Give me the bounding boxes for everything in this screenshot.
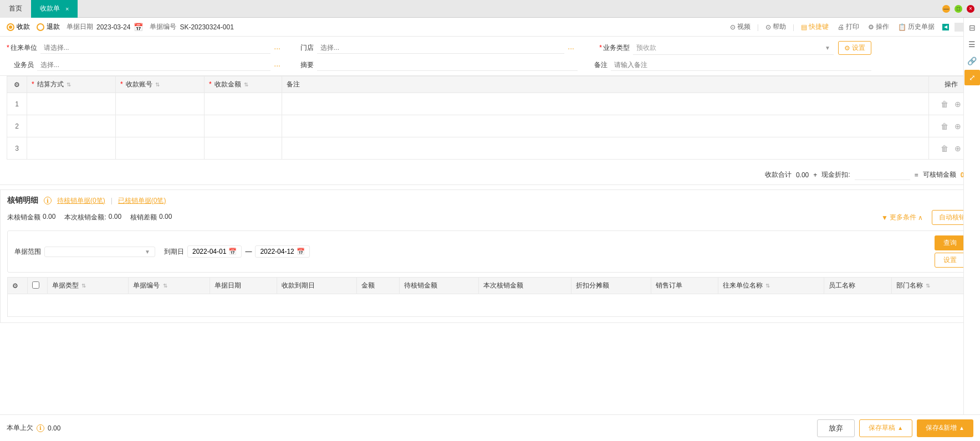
sort-method-icon[interactable]: ⇅ xyxy=(67,81,71,88)
verifiable-label: 可核销金额 xyxy=(923,170,956,180)
sidebar-list-icon[interactable]: ☰ xyxy=(964,37,980,52)
remark-label: 备注 xyxy=(594,60,611,70)
row-2-delete-btn[interactable]: 🗑 xyxy=(938,121,951,132)
sort-dept-icon[interactable]: ⇅ xyxy=(926,283,930,289)
bth-date: 单据日期 xyxy=(210,278,277,294)
business-type-select[interactable]: 预收款 ▼ xyxy=(633,42,834,55)
tab-close-icon[interactable]: × xyxy=(65,6,69,12)
bth-gear[interactable]: ⚙ xyxy=(8,278,28,294)
sidebar-expand-icon[interactable]: ⤢ xyxy=(964,70,980,85)
shop-more-icon[interactable]: ··· xyxy=(564,44,578,53)
footer-buttons: 放弃 保存草稿 ▲ 保存&新增 ▲ xyxy=(817,419,973,437)
verify-info-icon[interactable]: ℹ xyxy=(44,197,52,204)
query-button[interactable]: 查询 xyxy=(935,235,966,250)
cal-to-icon: 📅 xyxy=(297,248,305,255)
shop-input[interactable] xyxy=(317,42,564,54)
row-1-amount[interactable] xyxy=(205,93,282,115)
footer-info-icon[interactable]: ℹ xyxy=(37,424,44,432)
date-from-input[interactable]: 2022-04-01 📅 xyxy=(187,245,242,258)
done-verify-tab[interactable]: 已核销单据(0笔) xyxy=(118,196,166,206)
sort-account-icon[interactable]: ⇅ xyxy=(155,81,160,88)
sidebar-table-icon[interactable]: ⊟ xyxy=(964,20,980,35)
th-gear[interactable]: ⚙ xyxy=(7,76,27,93)
abandon-button[interactable]: 放弃 xyxy=(817,419,855,437)
save-new-button[interactable]: 保存&新增 ▲ xyxy=(917,419,973,437)
print-icon: 🖨 xyxy=(838,23,844,31)
bottom-table-empty-row xyxy=(8,294,973,317)
bth-checkbox[interactable] xyxy=(28,278,48,294)
history-btn[interactable]: 📋 历史单据 xyxy=(896,21,937,33)
row-2-remark[interactable] xyxy=(282,115,929,137)
row-2-copy-btn[interactable]: ⊕ xyxy=(952,121,963,132)
doc-number-field: 单据编号 SK-20230324-001 xyxy=(150,22,233,32)
row-3-account[interactable] xyxy=(116,137,205,160)
row-3-copy-btn[interactable]: ⊕ xyxy=(952,143,963,154)
salesperson-field-group: 业务员 ··· xyxy=(7,59,284,71)
counterpart-label: *往来单位 xyxy=(7,43,40,53)
verify-settings-button[interactable]: 设置 xyxy=(935,253,966,268)
help-btn[interactable]: ⊙ 帮助 xyxy=(763,21,788,33)
discount-input[interactable] xyxy=(855,170,910,180)
row-3-delete-btn[interactable]: 🗑 xyxy=(938,143,951,154)
print-btn[interactable]: 🖨 打印 xyxy=(835,21,861,33)
discount-label: 现金折扣: xyxy=(821,170,850,180)
ops-btn[interactable]: ⚙ 操作 xyxy=(866,21,891,33)
radio-receive-label: 收款 xyxy=(17,22,30,32)
radio-refund-label: 退款 xyxy=(47,22,60,32)
equals-sign: = xyxy=(915,171,918,179)
form-settings-button[interactable]: ⚙ 设置 xyxy=(838,41,871,55)
sort-type-icon[interactable]: ⇅ xyxy=(81,283,86,289)
cal-from-icon: 📅 xyxy=(228,248,237,255)
row-1-method[interactable] xyxy=(27,93,116,115)
video-label: 视频 xyxy=(737,22,751,32)
form-row-1: *往来单位 ··· 门店 ··· *业务类型 xyxy=(7,41,973,55)
window-maximize-button[interactable]: □ xyxy=(955,5,962,13)
radio-refund-circle xyxy=(37,23,44,31)
sort-counterpart-icon[interactable]: ⇅ xyxy=(765,283,770,289)
list-view-btn[interactable] xyxy=(955,23,963,32)
counterpart-more-icon[interactable]: ··· xyxy=(270,44,284,53)
row-2-account[interactable] xyxy=(116,115,205,137)
help-icon: ⊙ xyxy=(765,23,771,31)
pending-verify-tab[interactable]: 待核销单据(0笔) xyxy=(57,196,105,206)
verify-stats-row: 未核销金额 0.00 本次核销金额: 0.00 核销差额 0.00 ▼ 更多条件… xyxy=(7,210,973,225)
this-verify-stat: 本次核销金额: 0.00 xyxy=(64,213,121,222)
save-draft-button[interactable]: 保存草稿 ▲ xyxy=(859,419,912,437)
radio-receive[interactable]: 收款 xyxy=(7,22,30,32)
window-close-button[interactable]: × xyxy=(967,5,974,13)
row-2-amount[interactable] xyxy=(205,115,282,137)
business-type-field-group: *业务类型 预收款 ▼ ⚙ 设置 xyxy=(594,41,871,55)
row-3-amount[interactable] xyxy=(205,137,282,160)
calendar-icon[interactable]: 📅 xyxy=(134,23,143,32)
select-all-checkbox[interactable] xyxy=(32,281,39,289)
salesperson-more-icon[interactable]: ··· xyxy=(270,61,284,70)
prev-page-btn[interactable]: ◀ xyxy=(942,24,949,30)
tab-receipt[interactable]: 收款单 × xyxy=(31,0,78,18)
sort-number-icon[interactable]: ⇅ xyxy=(163,283,167,289)
sort-amount-icon[interactable]: ⇅ xyxy=(244,81,248,88)
row-3-remark[interactable] xyxy=(282,137,929,160)
salesperson-input[interactable] xyxy=(37,59,270,71)
row-2-method[interactable] xyxy=(27,115,116,137)
scope-select[interactable]: ▼ xyxy=(44,247,155,257)
shortcut-btn[interactable]: ▤ 快捷键 xyxy=(799,21,831,33)
row-3-method[interactable] xyxy=(27,137,116,160)
more-conditions-btn[interactable]: ▼ 更多条件 ∧ xyxy=(881,213,923,222)
video-btn[interactable]: ⊙ 视频 xyxy=(728,21,753,33)
salesperson-label: 业务员 xyxy=(7,60,37,70)
tab-home[interactable]: 首页 xyxy=(0,0,31,18)
summary-input[interactable] xyxy=(317,59,578,71)
sidebar-link-icon[interactable]: 🔗 xyxy=(964,53,980,69)
row-1-remark[interactable] xyxy=(282,93,929,115)
row-1-copy-btn[interactable]: ⊕ xyxy=(952,99,963,110)
row-1-account[interactable] xyxy=(116,93,205,115)
date-to-input[interactable]: 2022-04-12 📅 xyxy=(255,245,309,258)
bth-due-date: 收款到期日 xyxy=(277,278,357,294)
date-range: 2022-04-01 📅 — 2022-04-12 📅 xyxy=(187,245,310,258)
row-1-delete-btn[interactable]: 🗑 xyxy=(938,99,951,110)
diff-stat: 核销差额 0.00 xyxy=(130,213,172,222)
window-minimize-button[interactable]: — xyxy=(942,5,950,13)
remark-input[interactable] xyxy=(611,59,871,71)
counterpart-input[interactable] xyxy=(40,42,271,54)
radio-refund[interactable]: 退款 xyxy=(37,22,60,32)
